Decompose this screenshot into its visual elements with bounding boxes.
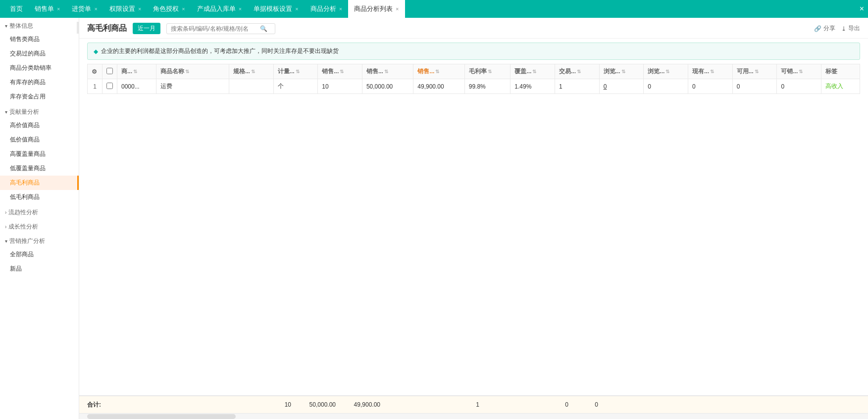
content-header: 高毛利商品 近一月 🔍 🔗 分享 ⤓ 导出 (79, 18, 868, 39)
footer-sales-amount: 50,000.00 (295, 400, 340, 409)
settings-icon[interactable]: ⚙ (92, 68, 97, 75)
close-sales-order[interactable]: × (57, 6, 60, 12)
time-filter-button[interactable]: 近一月 (133, 23, 160, 34)
sort-icon-sellable: ⇅ (799, 69, 803, 74)
footer-views2 (513, 400, 543, 409)
row-checkbox[interactable] (106, 83, 113, 89)
cell-views2: 0 (644, 79, 688, 94)
scrollbar-thumb[interactable] (87, 414, 236, 419)
top-navigation: 首页 销售单 × 进货单 × 权限设置 × 角色授权 × 产成品入库单 × 单据… (0, 0, 868, 18)
export-button[interactable]: ⤓ 导出 (841, 24, 860, 33)
close-purchase-order[interactable]: × (94, 6, 97, 12)
sidebar-item-all-goods[interactable]: 全部商品 (0, 247, 79, 262)
col-available[interactable]: 可用... ⇅ (732, 64, 777, 79)
sidebar-group-growth[interactable]: › 成长性分析 (0, 219, 79, 233)
sort-icon-unit: ⇅ (296, 69, 300, 74)
close-permission-settings[interactable]: × (138, 6, 141, 12)
search-input[interactable] (171, 25, 260, 32)
nav-purchase-order[interactable]: 进货单 × (66, 0, 103, 18)
col-code[interactable]: 商... ⇅ (117, 64, 156, 79)
footer-gross-margin (384, 400, 419, 409)
col-sales-amount[interactable]: 销售... ⇅ (362, 64, 413, 79)
col-current-stock[interactable]: 现有... ⇅ (688, 64, 733, 79)
cell-current-stock: 0 (688, 79, 733, 94)
arrow-icon-contribution: ▾ (5, 109, 7, 115)
nav-role-auth[interactable]: 角色授权 × (147, 0, 191, 18)
footer-code (127, 400, 156, 409)
sidebar-item-traded-goods[interactable]: 交易过的商品 (0, 47, 79, 61)
close-product-analysis[interactable]: × (339, 6, 342, 12)
close-product-analysis-list[interactable]: × (396, 6, 399, 12)
row-number: 1 (88, 79, 102, 94)
cell-coverage: 1.49% (511, 79, 555, 94)
col-sales-cost[interactable]: 销售... ⇅ (413, 64, 464, 79)
col-views1[interactable]: 浏览... ⇅ (599, 64, 644, 79)
window-close-button[interactable]: × (860, 4, 864, 13)
nav-permission-settings[interactable]: 权限设置 × (103, 0, 147, 18)
sidebar-item-high-coverage[interactable]: 高覆盖量商品 (0, 147, 79, 161)
sidebar-item-low-coverage[interactable]: 低覆盖量商品 (0, 161, 79, 176)
footer-transactions: 1 (454, 400, 483, 409)
col-tags[interactable]: 标签 (821, 64, 860, 79)
sort-icon-sales-qty: ⇅ (340, 69, 344, 74)
sort-icon-views2: ⇅ (665, 69, 669, 74)
page-title: 高毛利商品 (87, 23, 127, 34)
main-layout: « ▾ 整体信息 销售类商品 交易过的商品 商品分类助销率 有库存的商品 库存资… (0, 18, 868, 419)
sidebar-item-high-value[interactable]: 高价值商品 (0, 118, 79, 133)
sort-icon-sales-amount: ⇅ (384, 69, 388, 74)
close-template-settings[interactable]: × (295, 6, 298, 12)
col-coverage[interactable]: 覆盖... ⇅ (511, 64, 555, 79)
cell-available: 0 (732, 79, 777, 94)
sidebar-item-sales-goods[interactable]: 销售类商品 (0, 32, 79, 47)
row-checkbox-cell[interactable] (102, 79, 117, 94)
nav-product-analysis-list[interactable]: 商品分析列表 × (348, 0, 405, 18)
col-views2[interactable]: 浏览... ⇅ (644, 64, 688, 79)
nav-home[interactable]: 首页 (4, 0, 29, 18)
sidebar-item-stock-capital[interactable]: 库存资金占用 (0, 90, 79, 104)
arrow-icon-trend: › (5, 210, 6, 215)
cell-unit: 个 (273, 79, 318, 94)
cell-code: 0000... (117, 79, 156, 94)
data-table: ⚙ 商... ⇅ 商品名称 (87, 64, 860, 94)
sidebar-item-high-margin[interactable]: 高毛利商品 (0, 176, 79, 190)
close-product-inbound[interactable]: × (239, 6, 242, 12)
col-name[interactable]: 商品名称 ⇅ (156, 64, 229, 79)
nav-template-settings[interactable]: 单据模板设置 × (248, 0, 304, 18)
cell-views1[interactable]: 0 (599, 79, 644, 94)
share-icon: 🔗 (814, 25, 821, 32)
select-all-checkbox[interactable] (106, 68, 113, 74)
nav-product-analysis[interactable]: 商品分析 × (305, 0, 348, 18)
sidebar-item-low-value[interactable]: 低价值商品 (0, 133, 79, 147)
sidebar-item-new-goods[interactable]: 新品 (0, 262, 79, 276)
bottom-scrollbar[interactable] (79, 413, 868, 419)
footer-total-row: 合计: 10 50,000.00 49,900.00 1 0 0 (79, 395, 868, 413)
share-button[interactable]: 🔗 分享 (814, 24, 835, 33)
sidebar-item-in-stock-goods[interactable]: 有库存的商品 (0, 75, 79, 90)
table-row: 1 0000... 运费 个 10 50,000.00 49,900.00 99… (88, 79, 860, 94)
col-sales-qty[interactable]: 销售... ⇅ (318, 64, 362, 79)
nav-product-inbound[interactable]: 产成品入库单 × (191, 0, 248, 18)
sidebar-toggle[interactable]: « (77, 22, 79, 34)
arrow-icon: ▾ (5, 23, 7, 29)
sidebar-group-trend[interactable]: › 流趋性分析 (0, 204, 79, 219)
sidebar-item-category-sales-rate[interactable]: 商品分类助销率 (0, 61, 79, 75)
col-sellable[interactable]: 可销... ⇅ (777, 64, 821, 79)
col-transactions[interactable]: 交易... ⇅ (555, 64, 600, 79)
sort-icon-views1: ⇅ (621, 69, 625, 74)
col-spec[interactable]: 规格... ⇅ (229, 64, 273, 79)
close-role-auth[interactable]: × (182, 6, 185, 12)
sidebar-group-contribution[interactable]: ▾ 贡献量分析 (0, 104, 79, 118)
nav-sales-order[interactable]: 销售单 × (29, 0, 66, 18)
sort-icon-transactions: ⇅ (577, 69, 581, 74)
sort-icon-sales-cost: ⇅ (435, 69, 439, 74)
sidebar-group-marketing[interactable]: ▾ 营销推广分析 (0, 233, 79, 247)
cell-sales-amount: 50,000.00 (362, 79, 413, 94)
col-checkbox[interactable] (102, 64, 117, 79)
sidebar-item-low-margin[interactable]: 低毛利商品 (0, 190, 79, 204)
sort-icon-name: ⇅ (185, 69, 189, 74)
col-settings[interactable]: ⚙ (88, 64, 102, 79)
search-icon[interactable]: 🔍 (260, 25, 267, 32)
col-unit[interactable]: 计量... ⇅ (273, 64, 318, 79)
col-gross-margin[interactable]: 毛利率 ⇅ (464, 64, 511, 79)
sidebar-group-overall[interactable]: ▾ 整体信息 (0, 18, 79, 32)
